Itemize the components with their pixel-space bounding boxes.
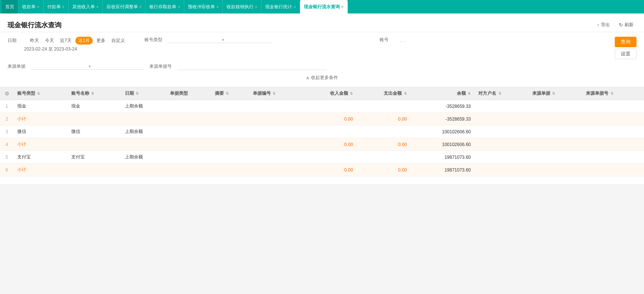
row-number: 3 — [0, 125, 14, 138]
cell-account-name: 现金 — [68, 100, 122, 113]
export-button[interactable]: ↑ 导出 — [594, 20, 613, 30]
date-1month-btn[interactable]: 近1月 — [75, 37, 93, 45]
sort-icon: ⇅ — [136, 92, 139, 96]
col-account-type[interactable]: 账号类型 ⇅ — [14, 87, 68, 100]
cell-account-type: 支付宝 — [14, 151, 68, 164]
source-doc-select[interactable]: ▼ — [31, 64, 143, 70]
cell-counterpart — [474, 125, 528, 138]
cell-account-name — [68, 138, 122, 151]
nav-tab-ar-ap-adj[interactable]: 应收应付调整单 × — [103, 0, 146, 13]
nav-tab-payment-label: 付款单 — [47, 4, 61, 10]
cell-source-doc-no — [582, 164, 644, 176]
col-source-doc-no-label: 来源单据号 — [586, 91, 608, 96]
close-icon[interactable]: × — [37, 5, 39, 9]
cell-doc-type — [166, 113, 211, 125]
date-yesterday-btn[interactable]: 昨天 — [28, 37, 41, 45]
settings-button[interactable]: 设置 — [615, 49, 636, 59]
cell-date — [121, 113, 166, 125]
col-source-doc-no[interactable]: 来源单据号 ⇅ — [582, 87, 644, 100]
close-icon[interactable]: × — [255, 5, 257, 9]
row-number: 4 — [0, 138, 14, 151]
refresh-icon: ↻ — [619, 22, 623, 28]
cell-balance: 19871073.60 — [411, 164, 475, 176]
gear-icon[interactable]: ⚙ — [5, 91, 9, 97]
row-number: 6 — [0, 164, 14, 176]
account-no-label: 账号 — [380, 37, 395, 43]
date-today-btn[interactable]: 今天 — [43, 37, 56, 45]
close-icon[interactable]: × — [341, 5, 344, 9]
date-custom-btn[interactable]: 自定义 — [109, 37, 127, 45]
close-icon[interactable]: × — [62, 5, 65, 9]
cell-expense — [357, 100, 411, 113]
close-icon[interactable]: × — [140, 5, 142, 9]
close-icon[interactable]: × — [96, 5, 99, 9]
col-account-type-label: 账号类型 — [17, 91, 35, 96]
cell-summary — [211, 125, 249, 138]
nav-tab-home[interactable]: 首页 — [2, 0, 18, 13]
date-7days-btn[interactable]: 近7天 — [58, 37, 74, 45]
nav-tab-prepay-charge[interactable]: 预收冲应收单 × — [184, 0, 223, 13]
cell-doc-type — [166, 151, 211, 164]
close-icon[interactable]: × — [294, 5, 296, 9]
cell-source-doc-no — [582, 138, 644, 151]
cell-doc-no — [249, 151, 303, 164]
cell-source-doc — [528, 113, 582, 125]
col-income[interactable]: 收入金额 ⇅ — [303, 87, 357, 100]
date-more-btn[interactable]: 更多 — [94, 37, 108, 45]
refresh-button[interactable]: ↻ 刷新 — [616, 20, 636, 30]
col-account-name[interactable]: 账号名称 ⇅ — [68, 87, 122, 100]
source-doc-no-label: 来源单据号 — [149, 63, 172, 70]
col-doc-no[interactable]: 单据编号 ⇅ — [249, 87, 303, 100]
query-button[interactable]: 查询 — [615, 37, 636, 47]
nav-tab-receipt-label: 收款单 — [22, 4, 36, 10]
cell-doc-no — [249, 125, 303, 138]
cell-source-doc — [528, 151, 582, 164]
source-doc-no-input[interactable] — [177, 63, 327, 70]
col-doc-type-label: 单据类型 — [170, 91, 188, 96]
sort-icon: ⇅ — [404, 92, 407, 96]
cell-expense: 0.00 — [357, 164, 411, 176]
cell-income: 0.00 — [303, 138, 357, 151]
cell-counterpart — [474, 151, 528, 164]
col-date-label: 日期 — [125, 91, 134, 96]
cell-date — [121, 164, 166, 176]
nav-tab-cash-bank-flow[interactable]: 现金银行流水查询 × — [300, 0, 348, 13]
account-no-dots-btn[interactable]: ... — [400, 37, 407, 43]
nav-tab-payment[interactable]: 付款单 × — [44, 0, 69, 13]
cell-account-name: 微信 — [68, 125, 122, 138]
col-expense[interactable]: 支出金额 ⇅ — [357, 87, 411, 100]
cell-counterpart — [474, 113, 528, 125]
close-icon[interactable]: × — [178, 5, 180, 9]
col-summary[interactable]: 摘要 ⇅ — [211, 87, 249, 100]
col-balance[interactable]: 余额 ⇅ — [411, 87, 475, 100]
collapse-label: 收起更多条件 — [311, 75, 338, 81]
cell-income: 0.00 — [303, 164, 357, 176]
close-icon[interactable]: × — [216, 5, 219, 9]
nav-tab-ar-ap-adj-label: 应收应付调整单 — [107, 4, 138, 10]
collapse-filter-btn[interactable]: ∧ 收起更多条件 — [8, 73, 636, 82]
data-table: ⚙ 账号类型 ⇅ 账号名称 ⇅ 日期 ⇅ 单据类型 摘要 — [0, 87, 644, 176]
nav-tab-receipt[interactable]: 收款单 × — [18, 0, 44, 13]
sort-icon: ⇅ — [552, 92, 555, 96]
nav-tab-bank-deposit[interactable]: 银行存取款单 × — [146, 0, 184, 13]
col-counterpart[interactable]: 对方户名 ⇅ — [474, 87, 528, 100]
nav-tab-receipt-verify[interactable]: 收款核销执行 × — [223, 0, 261, 13]
cell-summary — [211, 138, 249, 151]
nav-tab-other-income[interactable]: 其他收入单 × — [69, 0, 103, 13]
col-date[interactable]: 日期 ⇅ — [121, 87, 166, 100]
nav-tab-cash-bank-stat[interactable]: 现金银行统计 × — [261, 0, 300, 13]
sort-icon: ⇅ — [468, 92, 471, 96]
filter-area: 日期 昨天 今天 近7天 近1月 更多 自定义 2023-02-24 至 202… — [0, 32, 644, 87]
col-source-doc[interactable]: 来源单据 ⇅ — [528, 87, 582, 100]
dropdown-arrow-source-icon: ▼ — [88, 64, 141, 69]
cell-account-name — [68, 164, 122, 176]
row-number: 1 — [0, 100, 14, 113]
account-type-select[interactable]: ▼ — [168, 37, 273, 43]
cell-counterpart — [474, 138, 528, 151]
cell-doc-type — [166, 100, 211, 113]
cell-balance: 100102606.60 — [411, 125, 475, 138]
nav-tab-cash-bank-flow-label: 现金银行流水查询 — [304, 4, 340, 10]
sort-icon: ⇅ — [611, 92, 614, 96]
sort-icon: ⇅ — [37, 92, 40, 96]
col-doc-no-label: 单据编号 — [253, 91, 271, 96]
